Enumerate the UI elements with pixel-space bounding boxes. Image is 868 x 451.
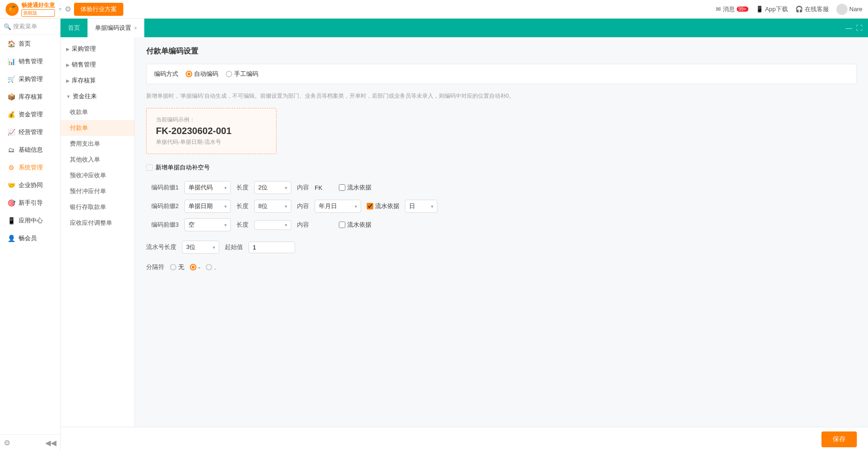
collapse-icon[interactable]: ◀◀: [45, 438, 56, 447]
row0-content-label: 内容: [297, 183, 309, 192]
row0-stream-input[interactable]: [339, 184, 345, 191]
row1-prefix-select[interactable]: 单据日期 ▾: [184, 200, 231, 213]
form-row-1: 编码前缀2 单据日期 ▾ 长度 8位 ▾ 内容 年月日: [146, 200, 857, 213]
sidebar-item-home[interactable]: 🏠 首页: [0, 35, 60, 53]
sub-item-adj[interactable]: 应收应付调整单: [61, 215, 135, 231]
auto-radio-circle: [186, 71, 192, 77]
settings-bottom-icon[interactable]: ⚙: [4, 438, 10, 447]
row0-length-arrow: ▾: [285, 185, 287, 190]
row2-stream-checkbox[interactable]: 流水依据: [339, 221, 371, 229]
row2-content-label: 内容: [297, 221, 309, 229]
row0-select-arrow: ▾: [224, 185, 227, 190]
sep-dot-radio[interactable]: .: [206, 264, 216, 271]
row2-prefix-select[interactable]: 空 ▾: [184, 218, 231, 231]
minimize-icon[interactable]: —: [846, 24, 852, 32]
row1-stream-input[interactable]: [367, 203, 373, 209]
sub-item-other-income[interactable]: 其他收入单: [61, 152, 135, 168]
chevron-down-icon: ▼: [66, 94, 71, 99]
sub-item-bank[interactable]: 银行存取款单: [61, 199, 135, 215]
preview-code: FK-20230602-001: [156, 126, 267, 136]
search-menu[interactable]: 🔍 搜索菜单: [0, 19, 60, 35]
sidebar-item-sales[interactable]: 📊 销售管理: [0, 53, 60, 70]
group-purchase-title[interactable]: ▶ 采购管理: [61, 41, 135, 57]
auto-fill-row: 新增单据自动补空号: [146, 163, 857, 172]
separator-row: 分隔符 无 - .: [146, 263, 857, 271]
guide-icon: 🎯: [7, 199, 15, 207]
sep-none-radio[interactable]: 无: [170, 263, 184, 271]
group-inventory-title[interactable]: ▶ 库存核算: [61, 73, 135, 88]
sidebar-item-guide[interactable]: 🎯 新手引导: [0, 194, 60, 212]
row1-length-select[interactable]: 8位 ▾: [254, 200, 291, 213]
preview-sub: 单据代码-单据日期-流水号: [156, 138, 267, 146]
tab-close-icon[interactable]: ×: [134, 25, 137, 31]
sidebar-item-finance[interactable]: 💰 资金管理: [0, 106, 60, 123]
sidebar-item-management[interactable]: 📈 经营管理: [0, 123, 60, 141]
group-sales-title[interactable]: ▶ 销售管理: [61, 57, 135, 73]
sidebar-item-purchase[interactable]: 🛒 采购管理: [0, 70, 60, 88]
chevron-right-icon: ▶: [66, 47, 70, 52]
headset-icon: 🎧: [795, 6, 803, 13]
encoding-method-label: 编码方式: [154, 70, 178, 78]
sidebar-item-enterprise[interactable]: 🤝 企业协同: [0, 176, 60, 194]
serial-length-arrow: ▾: [213, 245, 215, 250]
encoding-method-row: 编码方式 自动编码 手工编码: [146, 64, 857, 84]
home-icon: 🏠: [7, 40, 15, 47]
row0-prefix-select[interactable]: 单据代码 ▾: [184, 181, 231, 194]
dropdown-arrow[interactable]: ▾: [59, 6, 62, 13]
management-icon: 📈: [7, 128, 15, 136]
row2-length-select[interactable]: ▾: [254, 220, 291, 230]
sep-dash-radio[interactable]: -: [190, 264, 200, 271]
row0-length-label: 长度: [236, 183, 249, 192]
online-service-item[interactable]: 🎧 在线客服: [795, 5, 829, 13]
sub-item-receipt[interactable]: 收款单: [61, 104, 135, 120]
user-area[interactable]: Nare: [836, 4, 862, 15]
sep-none-circle: [170, 264, 176, 270]
serial-length-label: 流水号长度: [146, 243, 176, 251]
sub-item-payment[interactable]: 付款单: [61, 120, 135, 136]
row1-stream-checkbox[interactable]: 流水依据: [367, 202, 399, 210]
group-purchase: ▶ 采购管理: [61, 41, 135, 57]
settings-icon[interactable]: ⚙: [65, 5, 71, 13]
tab-bar-actions: — ⛶: [846, 19, 868, 37]
trial-btn[interactable]: 体验行业方案: [74, 3, 123, 16]
group-sales: ▶ 销售管理: [61, 57, 135, 73]
save-button[interactable]: 保存: [821, 431, 857, 447]
row1-select-arrow: ▾: [224, 204, 227, 209]
app-download-item[interactable]: 📱 App下载: [756, 5, 788, 13]
start-val-label: 起始值: [225, 243, 243, 251]
sub-item-expense[interactable]: 费用支出单: [61, 136, 135, 152]
sidebar-bottom: ⚙ ◀◀: [0, 434, 60, 451]
sub-item-prepay-pay[interactable]: 预付冲应付单: [61, 183, 135, 199]
messages-item[interactable]: ✉ 消息 99+: [716, 5, 748, 13]
sidebar-item-system[interactable]: ⚙ 系统管理: [0, 159, 60, 176]
row2-stream-input[interactable]: [339, 222, 345, 228]
row1-length-arrow: ▾: [285, 204, 287, 209]
bottom-bar: 保存: [61, 427, 868, 451]
row0-content-val: FK: [315, 184, 333, 191]
sep-dash-circle: [190, 264, 196, 270]
tab-home[interactable]: 首页: [61, 19, 87, 37]
group-inventory: ▶ 库存核算: [61, 73, 135, 88]
auto-fill-checkbox[interactable]: [146, 164, 153, 171]
sub-item-prepay-recv[interactable]: 预收冲应收单: [61, 168, 135, 183]
sidebar-item-basic[interactable]: 🗂 基础信息: [0, 141, 60, 159]
page-title: 付款单编码设置: [146, 47, 857, 56]
manual-code-radio[interactable]: 手工编码: [226, 70, 258, 78]
content-area: ▶ 采购管理 ▶ 销售管理 ▶ 库存核算: [61, 37, 868, 427]
sidebar-item-appcenter[interactable]: 📱 应用中心: [0, 212, 60, 229]
row0-stream-checkbox[interactable]: 流水依据: [339, 183, 371, 192]
row0-length-select[interactable]: 2位 ▾: [254, 181, 291, 194]
appcenter-icon: 📱: [7, 217, 15, 224]
row1-stream-type-select[interactable]: 日 ▾: [405, 200, 437, 213]
group-funds-title[interactable]: ▼ 资金往来: [61, 88, 135, 104]
tab-encoding[interactable]: 单据编码设置 ×: [87, 19, 144, 37]
sidebar-item-member[interactable]: 👤 畅会员: [0, 229, 60, 247]
start-val-input[interactable]: [249, 242, 295, 253]
auto-code-radio[interactable]: 自动编码: [186, 70, 218, 78]
maximize-icon[interactable]: ⛶: [856, 24, 862, 32]
sidebar-item-inventory[interactable]: 📦 库存核算: [0, 88, 60, 106]
member-icon: 👤: [7, 235, 15, 242]
row2-select-arrow: ▾: [224, 222, 227, 228]
row1-content-select[interactable]: 年月日 ▾: [315, 200, 361, 213]
serial-length-select[interactable]: 3位 ▾: [182, 241, 219, 254]
